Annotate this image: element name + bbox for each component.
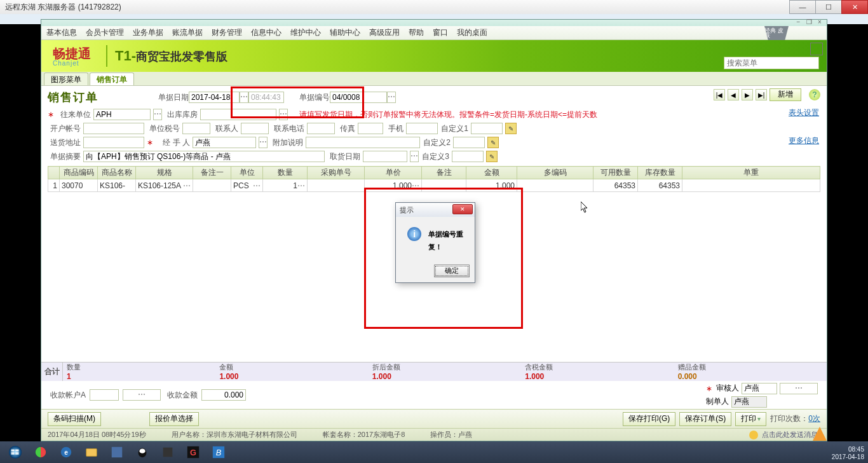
print-button[interactable]: 打印▾: [735, 412, 766, 426]
menu-maintain[interactable]: 维护中心: [290, 27, 321, 38]
dialog-close-button[interactable]: ✕: [452, 204, 473, 214]
taskbar-qq-icon[interactable]: [131, 443, 154, 461]
mobile-input[interactable]: [406, 123, 438, 134]
customer-input[interactable]: [93, 109, 151, 120]
col-price[interactable]: 单价: [365, 167, 422, 179]
search-input[interactable]: [724, 57, 819, 69]
cell-note[interactable]: [422, 179, 466, 192]
nav-next-button[interactable]: ▶: [742, 89, 753, 100]
pay-account-picker[interactable]: ⋯: [123, 389, 161, 401]
taskbar-clock[interactable]: 08:452017-04-18: [832, 446, 864, 461]
phone-input[interactable]: [307, 123, 335, 134]
customer-picker-button[interactable]: ⋯: [153, 109, 162, 120]
taskbar-app-4[interactable]: G: [182, 443, 205, 461]
pickdate-input[interactable]: [363, 151, 407, 162]
nav-last-button[interactable]: ▶|: [756, 89, 767, 100]
os-close-button[interactable]: ✕: [841, 0, 868, 14]
taskbar-app-2[interactable]: [105, 443, 128, 461]
cell-multicode[interactable]: [517, 179, 593, 192]
barcode-scan-button[interactable]: 条码扫描(M): [48, 412, 101, 426]
col-note[interactable]: 备注: [422, 167, 466, 179]
status-notification[interactable]: 点击此处发送消息: [749, 430, 818, 439]
col-note1[interactable]: 备注一: [193, 167, 231, 179]
cell-name[interactable]: KS106-: [98, 179, 136, 192]
quote-select-button[interactable]: 报价单选择: [149, 412, 199, 426]
taskbar-explorer-icon[interactable]: [80, 443, 103, 461]
handler-input[interactable]: [193, 137, 256, 148]
inner-close-icon[interactable]: ×: [815, 18, 824, 25]
number-picker-button[interactable]: ⋯: [387, 92, 396, 103]
menu-help[interactable]: 帮助: [409, 27, 424, 38]
cust3-input[interactable]: [452, 151, 484, 162]
start-button[interactable]: [4, 443, 27, 461]
cell-spec[interactable]: KS106-125A⋯: [136, 179, 193, 192]
taskbar-ie-icon[interactable]: e: [55, 443, 78, 461]
contact-input[interactable]: [241, 123, 269, 134]
auditor-input[interactable]: [742, 383, 777, 394]
os-minimize-button[interactable]: —: [789, 0, 816, 14]
dialog-ok-button[interactable]: 确定: [434, 265, 470, 277]
cell-amount[interactable]: 1.000: [466, 179, 517, 192]
bank-input[interactable]: [83, 123, 144, 134]
menu-desktop[interactable]: 我的桌面: [457, 27, 487, 38]
pickdate-picker-button[interactable]: ⋯: [410, 151, 419, 162]
menu-finance[interactable]: 财务管理: [212, 27, 242, 38]
menu-flow[interactable]: 账流单据: [172, 27, 203, 38]
pay-account-input[interactable]: [90, 389, 119, 401]
tab-sales-order[interactable]: 销售订单: [90, 73, 134, 85]
note-input[interactable]: [306, 137, 420, 148]
cust3-action-icon[interactable]: ✎: [486, 151, 498, 162]
menu-business[interactable]: 业务单据: [133, 27, 163, 38]
col-name[interactable]: 商品名称: [98, 167, 136, 179]
col-amount[interactable]: 金额: [466, 167, 517, 179]
taskbar-app-1[interactable]: [29, 443, 52, 461]
warehouse-input[interactable]: [200, 109, 276, 120]
save-print-button[interactable]: 保存打印(G): [623, 412, 675, 426]
addr-input[interactable]: [83, 137, 144, 148]
col-avail[interactable]: 可用数量: [593, 167, 638, 179]
date-input[interactable]: [189, 92, 240, 103]
items-grid[interactable]: 商品编码 商品名称 规格 备注一 单位 数量 采购单号 单价 备注 金额 多编码…: [48, 166, 820, 192]
cell-price[interactable]: 1.000⋯: [365, 179, 422, 192]
table-row[interactable]: 1 30070 KS106- KS106-125A⋯ PCS⋯ 1⋯ 1.000…: [48, 179, 820, 192]
nav-first-button[interactable]: |◀: [714, 89, 725, 100]
cube-icon[interactable]: [810, 43, 823, 55]
cell-uweight[interactable]: [682, 179, 820, 192]
menu-info[interactable]: 信息中心: [251, 27, 281, 38]
date-picker-button[interactable]: ⋯: [240, 92, 248, 103]
col-stock[interactable]: 库存数量: [638, 167, 682, 179]
menu-basic-info[interactable]: 基本信息: [46, 27, 77, 38]
save-order-button[interactable]: 保存订单(S): [679, 412, 731, 426]
number-input[interactable]: [330, 92, 387, 103]
nav-prev-button[interactable]: ◀: [728, 89, 739, 100]
tax-input[interactable]: [182, 123, 210, 134]
cell-unit[interactable]: PCS⋯: [231, 179, 263, 192]
os-maximize-button[interactable]: ☐: [815, 0, 842, 14]
menu-advanced[interactable]: 高级应用: [369, 27, 400, 38]
tab-graphic-menu[interactable]: 图形菜单: [44, 73, 88, 85]
header-settings-link[interactable]: 表头设置: [789, 107, 819, 118]
dialog-titlebar[interactable]: 提示 ✕: [396, 203, 475, 217]
handler-picker-button[interactable]: ⋯: [259, 137, 268, 148]
cust1-action-icon[interactable]: ✎: [505, 123, 517, 134]
inner-restore-icon[interactable]: ❐: [804, 18, 813, 25]
col-unit[interactable]: 单位: [231, 167, 263, 179]
help-icon[interactable]: ?: [809, 89, 820, 100]
taskbar-app-3[interactable]: [156, 443, 179, 461]
menu-window[interactable]: 窗口: [433, 27, 448, 38]
cell-code[interactable]: 30070: [60, 179, 98, 192]
col-code[interactable]: 商品编码: [60, 167, 98, 179]
cust2-action-icon[interactable]: ✎: [487, 137, 499, 148]
col-qty[interactable]: 数量: [263, 167, 308, 179]
summary-input[interactable]: [83, 151, 325, 162]
more-info-link[interactable]: 更多信息: [789, 135, 819, 146]
cell-qty[interactable]: 1⋯: [263, 179, 308, 192]
warehouse-picker-button[interactable]: ⋯: [279, 109, 288, 120]
cust1-input[interactable]: [471, 123, 503, 134]
auditor-picker[interactable]: ⋯: [780, 383, 818, 394]
pay-amount-input[interactable]: [201, 389, 246, 401]
menu-assist[interactable]: 辅助中心: [330, 27, 360, 38]
menu-member[interactable]: 会员卡管理: [86, 27, 124, 38]
col-spec[interactable]: 规格: [136, 167, 193, 179]
skin-switch-button[interactable]: 经典 皮肤: [764, 26, 789, 40]
